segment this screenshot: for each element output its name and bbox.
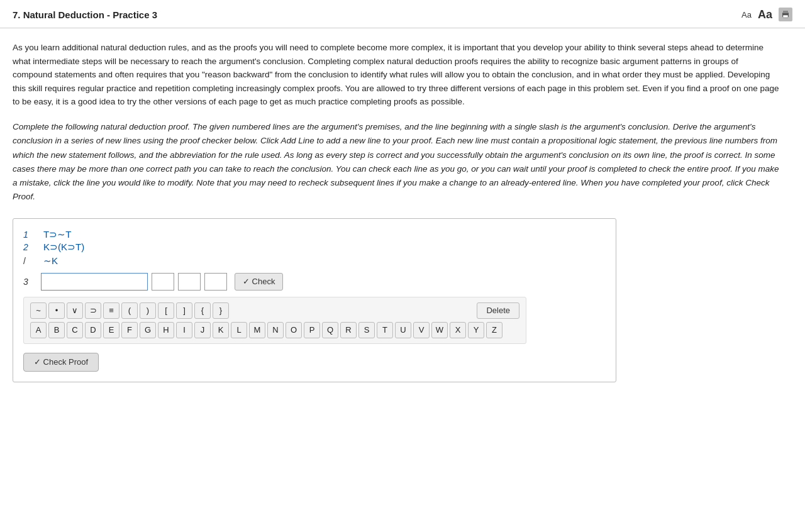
key-Q[interactable]: Q (322, 322, 338, 338)
svg-rect-2 (783, 15, 788, 18)
key-U[interactable]: U (395, 322, 411, 338)
conclusion-content: ∼K (41, 255, 58, 267)
key-lbrace[interactable]: { (194, 302, 211, 319)
conclusion-slash: / (23, 256, 41, 266)
key-W[interactable]: W (431, 322, 448, 338)
ref2-input[interactable] (178, 273, 201, 291)
key-N[interactable]: N (267, 322, 284, 338)
key-X[interactable]: X (450, 322, 466, 338)
premise-line-1: 1 T⊃∼T (23, 229, 606, 240)
check-proof-button[interactable]: ✓ Check Proof (23, 353, 99, 372)
key-A[interactable]: A (30, 322, 47, 338)
main-content: As you learn additional natural deductio… (0, 28, 792, 407)
check-proof-wrapper: ✓ Check Proof (23, 350, 606, 372)
key-J[interactable]: J (194, 322, 211, 338)
key-equiv[interactable]: ≡ (103, 302, 119, 319)
svg-rect-1 (783, 11, 788, 13)
key-H[interactable]: H (158, 322, 174, 338)
key-T[interactable]: T (377, 322, 393, 338)
key-Y[interactable]: Y (468, 322, 484, 338)
key-lparen[interactable]: ( (121, 302, 138, 319)
font-small-button[interactable]: Aa (741, 10, 752, 19)
key-C[interactable]: C (67, 322, 83, 338)
proof-container: 1 T⊃∼T 2 K⊃(K⊃T) / ∼K 3 ✓ Check (13, 218, 616, 382)
font-large-button[interactable]: Aa (758, 8, 772, 21)
input-line-num-3: 3 (23, 277, 41, 287)
ref1-input[interactable] (152, 273, 174, 291)
line-number-1: 1 (23, 230, 41, 240)
formula-input[interactable] (41, 273, 148, 291)
key-rbrace[interactable]: } (213, 302, 229, 319)
page-title: 7. Natural Deduction - Practice 3 (13, 9, 157, 20)
key-K[interactable]: K (213, 322, 229, 338)
line-content-1: T⊃∼T (41, 229, 71, 240)
key-Z[interactable]: Z (486, 322, 502, 338)
input-row-3: 3 ✓ Check (23, 273, 606, 291)
header-controls: Aa Aa (741, 8, 792, 21)
key-O[interactable]: O (286, 322, 302, 338)
line-content-2: K⊃(K⊃T) (41, 241, 84, 253)
key-lbracket[interactable]: [ (158, 302, 174, 319)
key-B[interactable]: B (48, 322, 65, 338)
key-M[interactable]: M (249, 322, 265, 338)
line-number-2: 2 (23, 242, 41, 252)
alpha-keys-row: A B C D E F G H I J K L M N O P Q R S T (30, 322, 519, 338)
key-rbracket[interactable]: ] (176, 302, 192, 319)
conclusion-line: / ∼K (23, 255, 606, 267)
instruction-paragraph: Complete the following natural deduction… (13, 120, 780, 204)
key-P[interactable]: P (304, 322, 320, 338)
key-F[interactable]: F (121, 322, 138, 338)
key-or[interactable]: ∨ (67, 302, 83, 319)
key-L[interactable]: L (231, 322, 247, 338)
delete-button[interactable]: Delete (477, 302, 519, 319)
key-D[interactable]: D (85, 322, 101, 338)
special-keys-row: ~ • ∨ ⊃ ≡ ( ) [ ] { } Delete (30, 302, 519, 319)
key-S[interactable]: S (358, 322, 375, 338)
key-implies[interactable]: ⊃ (85, 302, 101, 319)
key-G[interactable]: G (140, 322, 156, 338)
key-I[interactable]: I (176, 322, 192, 338)
key-V[interactable]: V (413, 322, 430, 338)
special-keys-left: ~ • ∨ ⊃ ≡ ( ) [ ] { } (30, 302, 229, 319)
key-dot[interactable]: • (48, 302, 65, 319)
intro-paragraph: As you learn additional natural deductio… (13, 41, 780, 109)
check-line-button[interactable]: ✓ Check (235, 273, 283, 291)
key-rparen[interactable]: ) (140, 302, 156, 319)
print-icon[interactable] (779, 8, 792, 21)
premise-lines: 1 T⊃∼T 2 K⊃(K⊃T) (23, 229, 606, 253)
key-R[interactable]: R (340, 322, 357, 338)
page-header: 7. Natural Deduction - Practice 3 Aa Aa (0, 0, 805, 28)
key-tilde[interactable]: ~ (30, 302, 47, 319)
premise-line-2: 2 K⊃(K⊃T) (23, 241, 606, 253)
key-E[interactable]: E (103, 322, 119, 338)
rule-input[interactable] (204, 273, 227, 291)
keyboard-section: ~ • ∨ ⊃ ≡ ( ) [ ] { } Delete A B C (23, 297, 526, 344)
